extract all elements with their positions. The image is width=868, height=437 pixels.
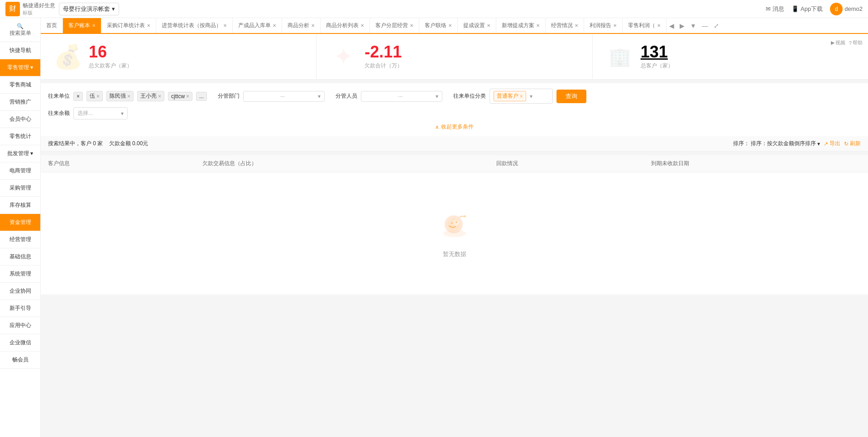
tab-purchase-order-stat[interactable]: 采购订单统计表 ✕ bbox=[101, 18, 156, 33]
tab-close-mention-settings[interactable]: ✕ bbox=[487, 23, 490, 28]
stat-content-total: 131 总客户（家） bbox=[641, 44, 673, 70]
remove-tag-chen[interactable]: × bbox=[127, 93, 130, 100]
sidebar-item-sys-mgmt[interactable]: 系统管理 bbox=[0, 266, 40, 283]
remaining-select[interactable]: 选择... ▾ bbox=[73, 107, 128, 119]
filter-tag-wang: 王小亮 × bbox=[137, 91, 164, 101]
filter-tag-wu: 伍 × bbox=[86, 91, 103, 101]
tab-close-ops-situation[interactable]: ✕ bbox=[575, 23, 578, 28]
avatar: d bbox=[830, 3, 843, 15]
top-bar: 财 畅捷通好生意 标版 母婴行业演示帐套 ▾ ✉ 消息 📱 App下载 d de… bbox=[0, 0, 868, 18]
tab-product-analysis-list[interactable]: 商品分析列表 ✕ bbox=[321, 18, 370, 33]
table-header: 客户信息 欠款交易信息（占比） 回款情况 到期未收款日期 bbox=[41, 155, 868, 172]
remove-tag-wu[interactable]: × bbox=[96, 93, 100, 100]
sidebar-item-retail-mall[interactable]: 零售商城 bbox=[0, 76, 40, 94]
sidebar-item-enterprise-collab[interactable]: 企业协同 bbox=[0, 283, 40, 300]
tab-customer-segment[interactable]: 客户分层经营 ✕ bbox=[370, 18, 419, 33]
remove-tag-wang[interactable]: × bbox=[158, 93, 161, 100]
sidebar-item-inventory[interactable]: 库存核算 bbox=[0, 197, 40, 214]
total-customers-label: 总客户（家） bbox=[641, 62, 673, 70]
sidebar-item-finance-mgmt[interactable]: 资金管理 bbox=[0, 214, 40, 231]
stat-total-customers: 🏢 131 总客户（家） ▶ 视频 ? 帮助 bbox=[593, 34, 868, 79]
sidebar-item-basic-info[interactable]: 基础信息 bbox=[0, 248, 40, 266]
tab-close-add-scheme[interactable]: ✕ bbox=[536, 23, 540, 28]
tab-maximize[interactable]: ⤢ bbox=[711, 19, 722, 33]
tab-profit-report[interactable]: 利润报告 ✕ bbox=[584, 18, 623, 33]
refresh-button[interactable]: ↻ 刷新 bbox=[844, 140, 861, 147]
tab-close-product-analysis-list[interactable]: ✕ bbox=[360, 23, 364, 28]
tab-close-customer-contact[interactable]: ✕ bbox=[448, 23, 452, 28]
unit-category-select[interactable]: 普通客户 × ▾ bbox=[489, 89, 553, 104]
message-icon: ✉ bbox=[766, 5, 771, 12]
sort-select[interactable]: 排序： 排序：按欠款金额倒序排序 ▾ bbox=[733, 140, 820, 147]
table-wrapper: 客户信息 欠款交易信息（占比） 回款情况 到期未收款日期 bbox=[41, 155, 868, 294]
tab-nav-prev[interactable]: ◀ bbox=[667, 19, 677, 33]
sidebar-item-new-guide[interactable]: 新手引导 bbox=[0, 300, 40, 317]
sidebar-item-chang-member[interactable]: 畅会员 bbox=[0, 352, 40, 369]
tab-customer-book[interactable]: 客户账本 ✕ bbox=[63, 18, 101, 33]
sidebar-item-wholesale-mgmt[interactable]: 批发管理 ▾ bbox=[0, 145, 40, 162]
message-button[interactable]: ✉ 消息 bbox=[766, 5, 784, 13]
export-button[interactable]: ↗ 导出 bbox=[824, 140, 840, 147]
tab-close-customer-segment[interactable]: ✕ bbox=[410, 23, 413, 28]
tab-close-product-analysis[interactable]: ✕ bbox=[311, 23, 315, 28]
user-menu[interactable]: d demo2 bbox=[830, 3, 863, 15]
page-content: 💰 16 总欠款客户（家） ✦ -2.11 欠款合计（万） 🏢 bbox=[41, 34, 868, 437]
query-button[interactable]: 查询 bbox=[556, 90, 586, 103]
result-actions: 排序： 排序：按欠款金额倒序排序 ▾ ↗ 导出 ↻ 刷新 bbox=[733, 140, 861, 147]
tab-close-product-instock[interactable]: ✕ bbox=[273, 23, 276, 28]
tab-close-profit-report[interactable]: ✕ bbox=[613, 23, 617, 28]
total-customers-icon: 🏢 bbox=[606, 43, 633, 70]
tab-retail-profit[interactable]: 零售利润（ ✕ bbox=[623, 18, 667, 33]
data-table: 客户信息 欠款交易信息（占比） 回款情况 到期未收款日期 bbox=[41, 155, 868, 172]
tab-ops-situation[interactable]: 经营情况 ✕ bbox=[546, 18, 584, 33]
tab-customer-contact[interactable]: 客户联络 ✕ bbox=[419, 18, 458, 33]
tab-add-scheme[interactable]: 新增提成方案 ✕ bbox=[496, 18, 546, 33]
sidebar-item-retail-mgmt[interactable]: 零售管理 ▾ bbox=[0, 59, 40, 76]
svg-point-5 bbox=[456, 221, 457, 223]
tab-product-analysis[interactable]: 商品分析 ✕ bbox=[282, 18, 321, 33]
tab-close-retail-profit[interactable]: ✕ bbox=[657, 23, 661, 28]
filter-tag-chen: 陈民强 × bbox=[106, 91, 134, 101]
chevron-down-icon: ▾ bbox=[112, 5, 115, 12]
sidebar-item-ecom-mgmt[interactable]: 电商管理 bbox=[0, 162, 40, 180]
collapse-button[interactable]: ∧ 收起更多条件 bbox=[48, 123, 861, 131]
empty-text: 暂无数据 bbox=[443, 250, 466, 258]
svg-point-4 bbox=[451, 222, 453, 224]
sidebar-item-app-center[interactable]: 应用中心 bbox=[0, 317, 40, 334]
stat-content-amount: -2.11 欠款合计（万） bbox=[364, 44, 403, 70]
tab-nav-next[interactable]: ▶ bbox=[677, 19, 687, 33]
tab-instock-stat[interactable]: 进货单统计表（按商品） ✕ bbox=[156, 18, 233, 33]
tab-minimize[interactable]: — bbox=[699, 19, 711, 33]
tab-nav-menu[interactable]: ▼ bbox=[687, 19, 699, 33]
tab-mention-settings[interactable]: 提成设置 ✕ bbox=[458, 18, 496, 33]
suite-select[interactable]: 母婴行业演示帐套 ▾ bbox=[59, 3, 119, 15]
app-download-button[interactable]: 📱 App下载 bbox=[791, 5, 823, 13]
sidebar-item-quick-nav[interactable]: 快捷导航 bbox=[0, 42, 40, 59]
remove-category-tag[interactable]: × bbox=[520, 93, 523, 100]
filter-tag-more[interactable]: ... bbox=[196, 92, 207, 101]
sidebar-item-purchase-mgmt[interactable]: 采购管理 bbox=[0, 180, 40, 197]
video-help-button[interactable]: ▶ 视频 bbox=[831, 39, 845, 46]
dept-chevron: ▾ bbox=[318, 93, 321, 100]
tab-close-instock-stat[interactable]: ✕ bbox=[223, 23, 227, 28]
sidebar-search-item[interactable]: 🔍 搜索菜单 bbox=[0, 18, 40, 42]
sidebar-item-marketing[interactable]: 营销推广 bbox=[0, 94, 40, 111]
tab-product-instock[interactable]: 产成品入库单 ✕ bbox=[233, 18, 282, 33]
sidebar-item-ops-mgmt[interactable]: 经营管理 bbox=[0, 231, 40, 248]
overdue-amount-icon: ✦ bbox=[330, 43, 357, 70]
tab-home[interactable]: 首页 bbox=[41, 18, 63, 33]
sidebar-item-member-center[interactable]: 会员中心 bbox=[0, 111, 40, 128]
remove-tag-cjttcw[interactable]: × bbox=[186, 93, 189, 100]
overdue-customers-icon: 💰 bbox=[54, 43, 82, 70]
help-button[interactable]: ? 帮助 bbox=[849, 39, 863, 46]
dept-select[interactable]: ··· ▾ bbox=[243, 91, 325, 102]
tab-close-customer-book[interactable]: ✕ bbox=[92, 23, 96, 28]
overdue-amount-label: 欠款合计（万） bbox=[364, 62, 403, 70]
col-overdue-trade: 欠款交易信息（占比） bbox=[195, 155, 489, 172]
overdue-amount-value: -2.11 bbox=[364, 44, 403, 60]
tab-close-purchase-order-stat[interactable]: ✕ bbox=[147, 23, 150, 28]
sidebar-item-retail-stat[interactable]: 零售统计 bbox=[0, 128, 40, 145]
sidebar-item-enterprise-wechat[interactable]: 企业微信 bbox=[0, 334, 40, 352]
filter-row-1: 往来单位 × 伍 × 陈民强 × 王小亮 × bbox=[48, 89, 861, 104]
person-select[interactable]: ··· ▾ bbox=[361, 91, 442, 102]
